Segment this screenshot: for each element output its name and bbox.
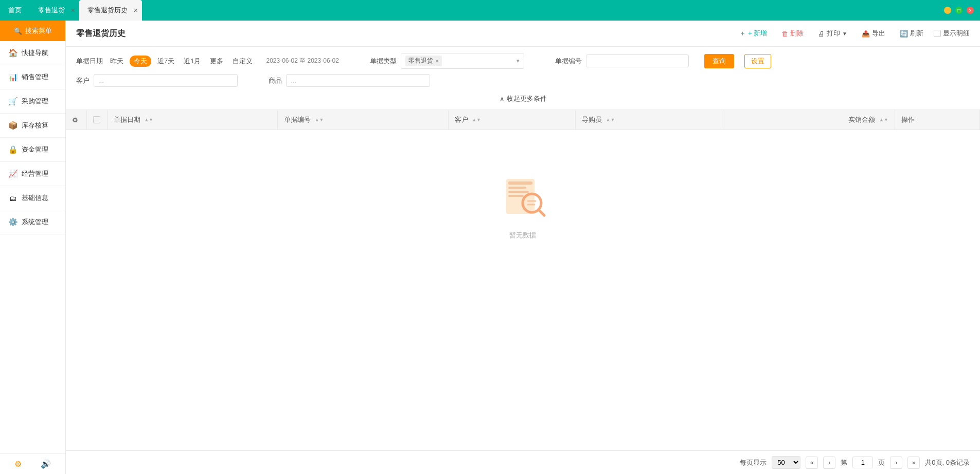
- page-last-btn[interactable]: »: [907, 457, 920, 469]
- th-doc-date-label: 单据日期: [114, 116, 140, 123]
- collapse-button[interactable]: ∧ 收起更多条件: [500, 94, 547, 103]
- date-opt-yesterday[interactable]: 昨天: [107, 56, 127, 67]
- print-label: 打印: [827, 29, 840, 38]
- th-doc-no-sort[interactable]: ▲▼: [315, 118, 324, 122]
- doc-type-tag-value: 零售退货: [408, 57, 433, 65]
- page-size-select[interactable]: 20 50 100: [772, 456, 800, 469]
- th-guide-label: 导购员: [582, 116, 602, 123]
- th-guide[interactable]: 导购员 ▲▼: [575, 110, 724, 130]
- th-customer[interactable]: 客户 ▲▼: [448, 110, 575, 130]
- export-button[interactable]: 📤 导出: [858, 27, 889, 40]
- total-records-text: 共0页, 0条记录: [925, 458, 970, 467]
- customer-placeholder: ...: [98, 77, 104, 84]
- sidebar-item-quick-nav[interactable]: 🏠 快捷导航: [0, 41, 65, 65]
- th-operations: 操作: [895, 110, 979, 130]
- tab-retail-return[interactable]: 零售退货 ×: [30, 0, 79, 21]
- tab-retail-return-history[interactable]: 零售退货历史 ×: [79, 0, 142, 21]
- page-next-btn[interactable]: ›: [890, 457, 902, 469]
- th-guide-sort[interactable]: ▲▼: [606, 118, 615, 122]
- date-filter: 单据日期 昨天 今天 近7天 近1月 更多 自定义: [76, 56, 256, 67]
- window-controls: — □ ×: [938, 7, 980, 14]
- export-label: 导出: [872, 29, 885, 38]
- date-opt-custom[interactable]: 自定义: [229, 56, 256, 67]
- tab-retail-return-close[interactable]: ×: [71, 6, 75, 14]
- sales-icon: 📊: [8, 72, 17, 82]
- goods-filter: 商品 ...: [269, 74, 430, 87]
- th-checkbox[interactable]: [86, 110, 107, 130]
- sidebar-item-basic-info[interactable]: 🗂 基础信息: [0, 186, 65, 210]
- settings-button[interactable]: 设置: [744, 54, 771, 68]
- sidebar-item-purchase-mgmt-label: 采购管理: [22, 97, 48, 106]
- customer-select[interactable]: ...: [94, 74, 238, 87]
- collapse-label: 收起更多条件: [507, 94, 547, 103]
- tab-retail-return-label: 零售退货: [38, 6, 65, 15]
- date-opt-1month[interactable]: 近1月: [181, 56, 204, 67]
- svg-rect-4: [508, 195, 524, 197]
- doc-type-select[interactable]: 零售退货 × ▾: [401, 53, 524, 69]
- th-doc-date-sort[interactable]: ▲▼: [144, 118, 153, 122]
- th-amount[interactable]: 实销金额 ▲▼: [724, 110, 895, 130]
- doc-no-filter: 单据编号: [555, 54, 689, 67]
- empty-text: 暂无数据: [509, 231, 536, 240]
- add-icon: ＋: [739, 29, 746, 38]
- sidebar-audio-btn[interactable]: 🔊: [41, 459, 51, 469]
- data-table: ⚙ 单据日期 ▲▼ 单据编号 ▲▼: [66, 110, 980, 281]
- window-close-btn[interactable]: ×: [967, 7, 974, 14]
- sidebar-item-sales-mgmt-label: 销售管理: [22, 72, 48, 82]
- print-arrow-icon: ▼: [842, 31, 847, 37]
- home-icon: 🏠: [8, 48, 17, 58]
- th-customer-sort[interactable]: ▲▼: [472, 118, 481, 122]
- sidebar-item-inventory[interactable]: 📦 库存核算: [0, 114, 65, 138]
- sidebar-item-finance-label: 资金管理: [22, 145, 48, 154]
- refresh-button[interactable]: 🔄 刷新: [896, 27, 928, 40]
- system-icon: ⚙️: [8, 217, 17, 227]
- window-minimize-btn[interactable]: —: [944, 7, 951, 14]
- toolbar: ＋ + 新增 🗑 删除 🖨 打印 ▼ 📤 导出 🔄: [735, 27, 970, 40]
- sidebar-search[interactable]: 🔍 搜索菜单: [0, 21, 65, 41]
- doc-type-tag: 零售退货 ×: [405, 56, 442, 66]
- date-opt-more[interactable]: 更多: [207, 56, 226, 67]
- window-maximize-btn[interactable]: □: [955, 7, 963, 14]
- empty-state-icon: [497, 171, 548, 223]
- date-opt-today[interactable]: 今天: [130, 56, 151, 67]
- sidebar-item-finance[interactable]: 🔒 资金管理: [0, 138, 65, 162]
- table-select-all-checkbox[interactable]: [93, 116, 100, 123]
- page-title: 零售退货历史: [76, 28, 126, 39]
- show-detail-label: 显示明细: [943, 29, 970, 38]
- page-first-btn[interactable]: «: [806, 457, 818, 469]
- doc-no-input[interactable]: [586, 54, 689, 67]
- sidebar-settings-btn[interactable]: ⚙: [14, 459, 22, 469]
- delete-button[interactable]: 🗑 删除: [777, 27, 808, 40]
- th-doc-no[interactable]: 单据编号 ▲▼: [278, 110, 449, 130]
- filter-row-2: 客户 ... 商品 ...: [76, 74, 970, 87]
- page-input[interactable]: [852, 457, 873, 468]
- tab-home[interactable]: 首页: [0, 0, 30, 21]
- show-detail-toggle[interactable]: 显示明细: [934, 29, 970, 38]
- filter-row-1: 单据日期 昨天 今天 近7天 近1月 更多 自定义 2023-06-02 至 2…: [76, 53, 970, 69]
- th-amount-sort[interactable]: ▲▼: [879, 118, 888, 122]
- tab-home-label: 首页: [8, 6, 22, 15]
- doc-type-tag-close[interactable]: ×: [435, 58, 439, 65]
- table-container: ⚙ 单据日期 ▲▼ 单据编号 ▲▼: [66, 110, 980, 450]
- goods-select[interactable]: ...: [286, 74, 430, 87]
- page-header: 零售退货历史 ＋ + 新增 🗑 删除 🖨 打印 ▼ 📤 导出: [66, 21, 980, 47]
- column-settings-icon[interactable]: ⚙: [72, 116, 78, 124]
- sidebar-item-purchase-mgmt[interactable]: 🛒 采购管理: [0, 89, 65, 114]
- show-detail-checkbox[interactable]: [934, 30, 941, 37]
- date-opt-7days[interactable]: 近7天: [154, 56, 177, 67]
- th-operations-label: 操作: [901, 116, 915, 123]
- add-button[interactable]: ＋ + 新增: [735, 27, 771, 40]
- sidebar-item-operations[interactable]: 📈 经营管理: [0, 162, 65, 186]
- sidebar-item-system[interactable]: ⚙️ 系统管理: [0, 210, 65, 234]
- th-settings[interactable]: ⚙: [66, 110, 86, 130]
- th-doc-date[interactable]: 单据日期 ▲▼: [107, 110, 278, 130]
- page-label: 第: [841, 458, 847, 467]
- print-button[interactable]: 🖨 打印 ▼: [814, 27, 851, 40]
- page-prev-btn[interactable]: ‹: [823, 457, 835, 469]
- query-button[interactable]: 查询: [704, 54, 734, 68]
- sidebar-search-label: 搜索菜单: [25, 26, 52, 35]
- sidebar-item-sales-mgmt[interactable]: 📊 销售管理: [0, 65, 65, 89]
- delete-label: 删除: [790, 29, 804, 38]
- date-range-display: 2023-06-02 至 2023-06-02: [266, 57, 338, 65]
- tab-retail-return-history-close[interactable]: ×: [134, 6, 138, 14]
